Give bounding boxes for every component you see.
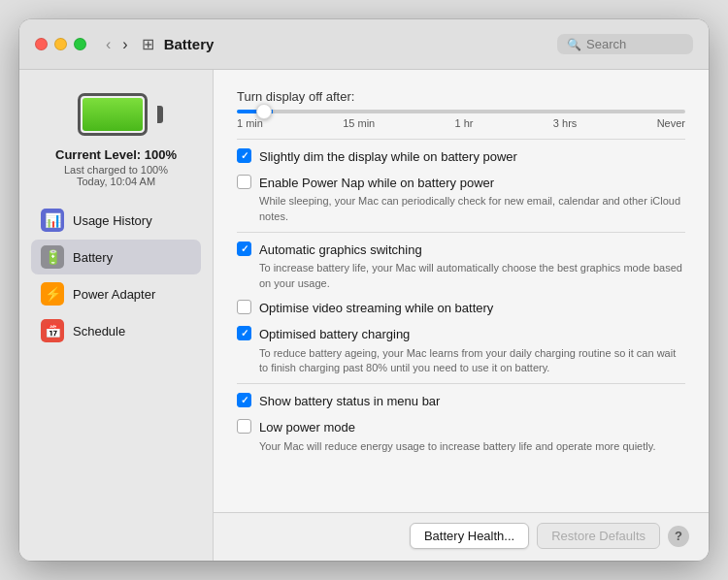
option-menu-bar-text: Show battery status in menu bar — [259, 392, 685, 410]
divider-2 — [237, 232, 685, 233]
close-button[interactable] — [35, 38, 48, 50]
option-auto-graphics-label: Automatic graphics switching — [259, 242, 422, 257]
content-area: Turn display off after: 1 min 15 min 1 h… — [214, 70, 709, 512]
help-button[interactable]: ? — [668, 526, 689, 547]
option-optimised-charging-desc: To reduce battery ageing, your Mac learn… — [259, 346, 685, 376]
checkbox-low-power[interactable] — [237, 419, 251, 434]
slider-label: Turn display off after: — [237, 89, 685, 104]
option-menu-bar: Show battery status in menu bar — [237, 392, 685, 410]
option-power-nap-text: Enable Power Nap while on battery power … — [259, 174, 685, 224]
option-power-nap-label: Enable Power Nap while on battery power — [259, 176, 494, 190]
option-auto-graphics-desc: To increase battery life, your Mac will … — [259, 261, 685, 291]
option-dim-text: Slightly dim the display while on batter… — [259, 147, 685, 166]
window-title: Battery — [164, 36, 215, 52]
display-timer-section: Turn display off after: 1 min 15 min 1 h… — [237, 89, 685, 129]
window: ‹ › ⊞ Battery 🔍 Current Level: 100% Last… — [19, 19, 709, 561]
slider-labels: 1 min 15 min 1 hr 3 hrs Never — [237, 117, 685, 129]
option-auto-graphics: Automatic graphics switching To increase… — [237, 241, 685, 291]
battery-terminal — [157, 106, 163, 123]
battery-fill — [83, 98, 143, 131]
sidebar-item-battery[interactable]: 🔋 Battery — [31, 240, 201, 274]
checkbox-optimised-charging[interactable] — [237, 326, 251, 340]
search-icon: 🔍 — [567, 38, 581, 51]
battery-health-button[interactable]: Battery Health... — [410, 523, 529, 549]
checkbox-dim-display[interactable] — [237, 148, 251, 163]
sidebar-item-label: Battery — [73, 250, 113, 265]
option-auto-graphics-text: Automatic graphics switching To increase… — [259, 241, 685, 291]
option-power-nap: Enable Power Nap while on battery power … — [237, 174, 685, 224]
option-low-power: Low power mode Your Mac will reduce ener… — [237, 418, 685, 454]
sidebar-item-label: Schedule — [73, 324, 125, 338]
bottom-bar: Battery Health... Restore Defaults ? — [214, 512, 709, 561]
checkbox-video-streaming[interactable] — [237, 300, 251, 314]
power-adapter-icon: ⚡ — [41, 282, 64, 306]
battery-nav-icon: 🔋 — [41, 245, 64, 269]
option-menu-bar-label: Show battery status in menu bar — [259, 394, 440, 408]
sidebar-item-power-adapter[interactable]: ⚡ Power Adapter — [31, 276, 201, 311]
battery-charged: Last charged to 100% — [64, 164, 168, 176]
minimize-button[interactable] — [54, 38, 67, 50]
tick-1min: 1 min — [237, 117, 263, 129]
option-low-power-text: Low power mode Your Mac will reduce ener… — [259, 418, 685, 454]
tick-3hrs: 3 hrs — [553, 117, 577, 129]
sidebar: Current Level: 100% Last charged to 100%… — [19, 70, 214, 561]
main: Current Level: 100% Last charged to 100%… — [19, 70, 709, 561]
battery-body — [78, 93, 148, 136]
search-bar[interactable]: 🔍 — [557, 34, 693, 54]
battery-level: Current Level: 100% — [55, 147, 177, 162]
forward-button[interactable]: › — [118, 34, 131, 55]
sidebar-item-usage-history[interactable]: 📊 Usage History — [31, 203, 201, 238]
divider-3 — [237, 383, 685, 384]
option-video-streaming-text: Optimise video streaming while on batter… — [259, 299, 685, 317]
search-input[interactable] — [586, 37, 683, 51]
sidebar-item-label: Power Adapter — [73, 287, 155, 302]
schedule-icon: 📅 — [41, 319, 64, 342]
tick-15min: 15 min — [343, 117, 375, 129]
battery-icon — [78, 93, 155, 136]
checkbox-power-nap[interactable] — [237, 175, 251, 189]
checkbox-menu-bar[interactable] — [237, 393, 251, 407]
sidebar-nav: 📊 Usage History 🔋 Battery ⚡ Power Adapte… — [19, 203, 213, 350]
battery-illustration — [78, 93, 155, 136]
restore-defaults-button[interactable]: Restore Defaults — [537, 523, 660, 549]
back-button[interactable]: ‹ — [102, 34, 115, 55]
option-power-nap-desc: While sleeping, your Mac can periodicall… — [259, 194, 685, 224]
nav-buttons: ‹ › — [102, 34, 132, 55]
option-optimised-charging: Optimised battery charging To reduce bat… — [237, 325, 685, 375]
option-dim-display: Slightly dim the display while on batter… — [237, 147, 685, 166]
option-optimised-charging-text: Optimised battery charging To reduce bat… — [259, 325, 685, 375]
titlebar: ‹ › ⊞ Battery 🔍 — [19, 19, 709, 70]
tick-never: Never — [657, 117, 685, 129]
tick-1hr: 1 hr — [455, 117, 474, 129]
option-optimised-charging-label: Optimised battery charging — [259, 327, 410, 341]
traffic-lights — [35, 38, 86, 50]
option-low-power-label: Low power mode — [259, 420, 355, 435]
grid-button[interactable]: ⊞ — [142, 35, 154, 53]
sidebar-item-label: Usage History — [73, 213, 152, 228]
slider-track[interactable] — [237, 110, 685, 113]
option-video-streaming: Optimise video streaming while on batter… — [237, 299, 685, 317]
divider-1 — [237, 139, 685, 140]
option-video-streaming-label: Optimise video streaming while on batter… — [259, 301, 493, 315]
checkbox-auto-graphics[interactable] — [237, 242, 251, 256]
usage-history-icon: 📊 — [41, 209, 64, 232]
sidebar-item-schedule[interactable]: 📅 Schedule — [31, 313, 201, 348]
option-dim-label: Slightly dim the display while on batter… — [259, 149, 517, 164]
slider-thumb[interactable] — [256, 104, 272, 119]
maximize-button[interactable] — [74, 38, 86, 50]
option-low-power-desc: Your Mac will reduce energy usage to inc… — [259, 439, 685, 454]
battery-time: Today, 10:04 AM — [77, 176, 155, 187]
